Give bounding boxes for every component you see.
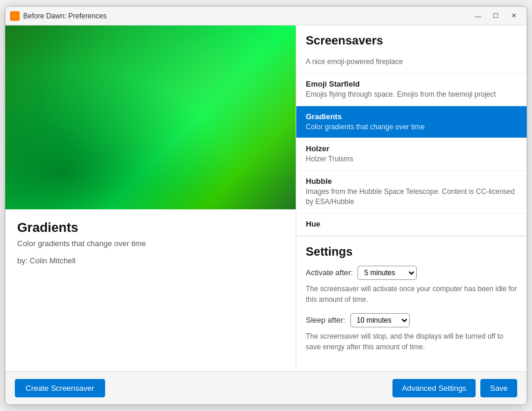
- close-button[interactable]: ✕: [505, 10, 522, 22]
- maximize-button[interactable]: ☐: [487, 10, 504, 22]
- item-title-holzer: Holzer: [306, 144, 517, 153]
- list-item-hubble[interactable]: Hubble Images from the Hubble Space Tele…: [296, 171, 527, 214]
- settings-section-title: Settings: [306, 245, 517, 259]
- activate-select[interactable]: 5 minutes 1 minute 2 minutes 10 minutes …: [357, 266, 417, 280]
- right-panel: Screensavers A nice emoji-powered firepl…: [296, 26, 527, 371]
- list-item[interactable]: A nice emoji-powered fireplace: [296, 51, 527, 74]
- info-area: Gradients Color gradients that change ov…: [5, 209, 296, 371]
- preview-overlay: [5, 26, 296, 209]
- titlebar: Before Dawn: Preferences — ☐ ✕: [5, 7, 527, 26]
- advanced-settings-button[interactable]: Advanced Settings: [392, 379, 476, 397]
- activate-help: The screensaver will activate once your …: [306, 283, 517, 305]
- list-item-holzer[interactable]: Holzer Holzer Truisms: [296, 138, 527, 171]
- sleep-select[interactable]: 10 minutes 5 minutes 15 minutes 30 minut…: [350, 313, 410, 327]
- screensaver-list[interactable]: A nice emoji-powered fireplace Emoji Sta…: [296, 51, 527, 236]
- minimize-button[interactable]: —: [470, 10, 486, 22]
- list-item-gradients[interactable]: Gradients Color gradients that change ov…: [296, 106, 527, 139]
- preview-screensaver-name: Gradients: [17, 220, 284, 235]
- item-desc: A nice emoji-powered fireplace: [306, 57, 517, 67]
- footer-right: Advanced Settings Save: [392, 379, 517, 397]
- titlebar-controls: — ☐ ✕: [470, 10, 522, 22]
- activate-label: Activate after:: [306, 268, 353, 277]
- item-desc: Emojis flying through space. Emojis from…: [306, 90, 517, 100]
- main-content: Gradients Color gradients that change ov…: [5, 26, 527, 371]
- main-window: Before Dawn: Preferences — ☐ ✕ Gradients…: [5, 6, 527, 405]
- list-item[interactable]: Emoji Starfield Emojis flying through sp…: [296, 74, 527, 106]
- create-screensaver-button[interactable]: Create Screensaver: [15, 379, 105, 397]
- item-desc-gradients: Color gradients that change over time: [306, 122, 517, 132]
- settings-section: Settings Activate after: 5 minutes 1 min…: [296, 237, 527, 371]
- sleep-row: Sleep after: 10 minutes 5 minutes 15 min…: [306, 313, 517, 327]
- save-button[interactable]: Save: [480, 379, 517, 397]
- sleep-help: The screensaver will stop, and the displ…: [306, 331, 517, 352]
- sleep-label: Sleep after:: [306, 316, 346, 324]
- screensavers-section: Screensavers A nice emoji-powered firepl…: [296, 26, 527, 237]
- titlebar-left: Before Dawn: Preferences: [10, 11, 107, 21]
- item-title: Emoji Starfield: [306, 79, 517, 88]
- activate-row: Activate after: 5 minutes 1 minute 2 min…: [306, 266, 517, 280]
- preview-area: [5, 26, 296, 209]
- item-title-hubble: Hubble: [306, 177, 517, 186]
- window-title: Before Dawn: Preferences: [23, 12, 107, 20]
- left-panel: Gradients Color gradients that change ov…: [5, 26, 296, 371]
- item-title-gradients: Gradients: [306, 112, 517, 121]
- item-desc-holzer: Holzer Truisms: [306, 154, 517, 164]
- screensavers-section-title: Screensavers: [296, 26, 527, 51]
- app-icon: [10, 11, 20, 21]
- item-desc-hubble: Images from the Hubble Space Telescope. …: [306, 187, 517, 207]
- preview-screensaver-desc: Color gradients that change over time: [17, 239, 284, 248]
- item-title-hue: Hue: [306, 219, 517, 228]
- list-item-hue[interactable]: Hue: [296, 214, 527, 236]
- footer: Create Screensaver Advanced Settings Sav…: [5, 371, 527, 404]
- preview-screensaver-author: by: Colin Mitchell: [17, 256, 284, 265]
